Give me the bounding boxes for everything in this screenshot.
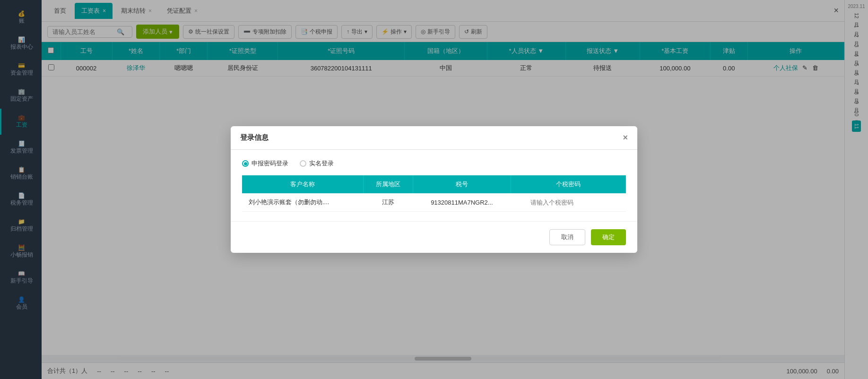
dialog-overlay: 登录信息 × 申报密码登录 实名登录 客户名称 所属地区 (0, 0, 868, 379)
radio-realname-dot (300, 160, 306, 167)
dialog-header: 登录信息 × (231, 126, 637, 150)
client-table-row: 刘小艳演示账套（勿删勿动.... 江苏 91320811MA7NGR2... (242, 193, 626, 212)
dialog-title: 登录信息 (240, 133, 269, 142)
client-tax-password-cell[interactable] (511, 193, 625, 212)
dialog-col-name: 客户名称 (242, 175, 364, 193)
cancel-button[interactable]: 取消 (549, 229, 585, 245)
radio-password-login[interactable]: 申报密码登录 (242, 159, 288, 168)
radio-realname-login[interactable]: 实名登录 (300, 159, 334, 168)
client-name: 刘小艳演示账套（勿删勿动.... (242, 193, 364, 212)
radio-password-dot (242, 160, 249, 167)
dialog-col-password: 个税密码 (511, 175, 625, 193)
dialog-col-taxid: 税号 (413, 175, 511, 193)
dialog-col-region: 所属地区 (364, 175, 413, 193)
client-table: 客户名称 所属地区 税号 个税密码 刘小艳演示账套（勿删勿动.... 江苏 91… (242, 175, 626, 212)
login-type-radio-group: 申报密码登录 实名登录 (242, 159, 626, 168)
dialog-footer: 取消 确定 (231, 221, 637, 253)
client-region: 江苏 (364, 193, 413, 212)
dialog-close-button[interactable]: × (623, 133, 628, 143)
login-dialog: 登录信息 × 申报密码登录 实名登录 客户名称 所属地区 (231, 126, 637, 253)
tax-password-input[interactable] (530, 199, 606, 206)
client-taxid: 91320811MA7NGR2... (413, 193, 511, 212)
confirm-button[interactable]: 确定 (591, 229, 626, 245)
dialog-body: 申报密码登录 实名登录 客户名称 所属地区 税号 个税密码 (231, 150, 637, 221)
